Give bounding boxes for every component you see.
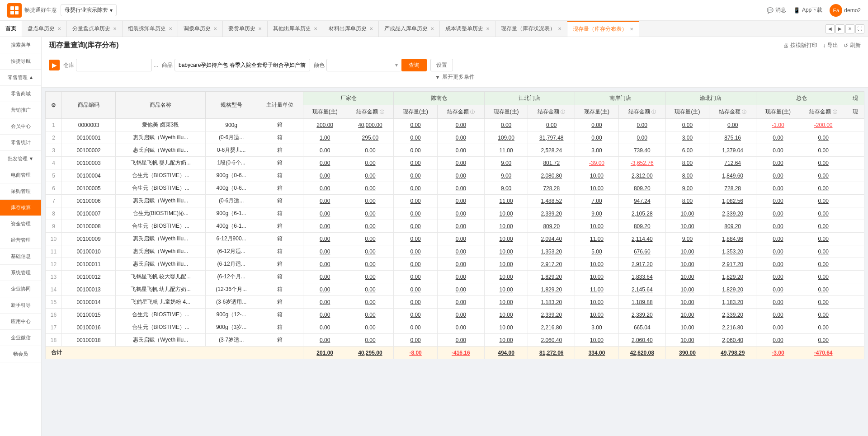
cell-jb-amt[interactable]: 0.00 xyxy=(528,119,575,131)
cell-cn-amt[interactable]: 0.00 xyxy=(437,245,484,258)
cell-nb-qty[interactable]: 9.00 xyxy=(575,207,619,220)
cell-nb-amt[interactable]: 0.00 xyxy=(618,131,665,144)
cell-yb-qty[interactable]: 8.00 xyxy=(665,169,709,182)
cell-t-qty[interactable]: 0.00 xyxy=(756,207,800,220)
cell-f-qty[interactable]: 0.00 xyxy=(303,220,347,233)
cell-yb-amt[interactable]: 1,829.20 xyxy=(709,271,756,283)
set-btn[interactable]: 设置 xyxy=(430,59,453,71)
cell-t-amt[interactable]: 0.00 xyxy=(800,283,847,296)
cell-nb-amt[interactable]: 809.20 xyxy=(618,182,665,195)
cell-f-qty[interactable]: 200.00 xyxy=(303,119,347,131)
cell-jb-qty[interactable]: 10.00 xyxy=(484,271,528,283)
cell-yb-amt[interactable]: 2,917.20 xyxy=(709,258,756,271)
cell-f-qty[interactable]: 0.00 xyxy=(303,182,347,195)
cell-f-qty[interactable]: 0.00 xyxy=(303,334,347,347)
cell-jb-qty[interactable]: 11.00 xyxy=(484,144,528,157)
cell-t-qty[interactable]: 0.00 xyxy=(756,195,800,207)
cell-jb-amt[interactable]: 2,339.20 xyxy=(528,207,575,220)
cell-nb-qty[interactable]: 0.00 xyxy=(575,131,619,144)
cell-nb-qty[interactable]: -39.00 xyxy=(575,157,619,169)
cell-cn-amt[interactable]: 0.00 xyxy=(437,233,484,245)
tab-close-5[interactable]: ✕ xyxy=(258,26,262,31)
cell-nb-amt[interactable]: 676.60 xyxy=(618,245,665,258)
cell-cn-amt[interactable]: 0.00 xyxy=(437,296,484,309)
cell-jb-amt[interactable]: 2,080.80 xyxy=(528,169,575,182)
cell-nb-amt[interactable]: 2,060.40 xyxy=(618,334,665,347)
cell-f-amt[interactable]: 0.00 xyxy=(347,144,394,157)
cell-yb-qty[interactable]: 10.00 xyxy=(665,220,709,233)
sidebar-item-quick-nav[interactable]: 快捷导航 xyxy=(0,53,41,70)
cell-f-qty[interactable]: 1.00 xyxy=(303,131,347,144)
cell-cn-qty[interactable]: 0.00 xyxy=(394,195,438,207)
cell-nb-amt[interactable]: 947.24 xyxy=(618,195,665,207)
cell-yb-qty[interactable]: 9.00 xyxy=(665,233,709,245)
cell-yb-qty[interactable]: 10.00 xyxy=(665,309,709,321)
cell-f-qty[interactable]: 0.00 xyxy=(303,245,347,258)
cell-nb-qty[interactable]: 10.00 xyxy=(575,182,619,195)
cell-t-qty[interactable]: 0.00 xyxy=(756,245,800,258)
cell-yb-qty[interactable]: 6.00 xyxy=(665,144,709,157)
cell-cn-qty[interactable]: 0.00 xyxy=(394,144,438,157)
cell-cn-amt[interactable]: 0.00 xyxy=(437,144,484,157)
cell-f-qty[interactable]: 0.00 xyxy=(303,296,347,309)
cell-nb-amt[interactable]: 1,833.64 xyxy=(618,271,665,283)
cell-f-qty[interactable]: 0.00 xyxy=(303,271,347,283)
cell-t-qty[interactable]: 0.00 xyxy=(756,182,800,195)
cell-yb-amt[interactable]: 1,183.20 xyxy=(709,296,756,309)
cell-t-qty[interactable]: 0.00 xyxy=(756,258,800,271)
cell-jb-qty[interactable]: 10.00 xyxy=(484,245,528,258)
cell-t-qty[interactable]: 0.00 xyxy=(756,296,800,309)
cell-t-amt[interactable]: 0.00 xyxy=(800,169,847,182)
cell-jb-amt[interactable]: 2,060.40 xyxy=(528,334,575,347)
cell-nb-amt[interactable]: -3,652.76 xyxy=(618,157,665,169)
cell-t-amt[interactable]: 0.00 xyxy=(800,309,847,321)
sidebar-item-member[interactable]: 会员中心 xyxy=(0,118,41,135)
cell-jb-qty[interactable]: 10.00 xyxy=(484,296,528,309)
tab-10[interactable]: 现存量（库存状况表）✕ xyxy=(495,21,567,37)
cell-yb-qty[interactable]: 9.00 xyxy=(665,182,709,195)
cell-cn-amt[interactable]: 0.00 xyxy=(437,258,484,271)
cell-cn-amt[interactable]: 0.00 xyxy=(437,119,484,131)
cell-cn-qty[interactable]: 0.00 xyxy=(394,296,438,309)
cell-jb-qty[interactable]: 10.00 xyxy=(484,309,528,321)
cell-cn-qty[interactable]: 0.00 xyxy=(394,119,438,131)
cell-yb-amt[interactable]: 712.64 xyxy=(709,157,756,169)
sidebar-item-wholesale[interactable]: 批发管理 ▼ xyxy=(0,151,41,167)
cell-f-amt[interactable]: 0.00 xyxy=(347,334,394,347)
cell-yb-amt[interactable]: 0.00 xyxy=(709,119,756,131)
sidebar-item-retail-stats[interactable]: 零售统计 xyxy=(0,135,41,151)
cell-yb-amt[interactable]: 728.28 xyxy=(709,182,756,195)
cell-t-amt[interactable]: 0.00 xyxy=(800,296,847,309)
tab-close-8[interactable]: ✕ xyxy=(430,26,434,31)
sidebar-item-weixin[interactable]: 企业微信 xyxy=(0,330,41,346)
cell-yb-amt[interactable]: 2,216.80 xyxy=(709,321,756,334)
tab-5[interactable]: 要货单历史 ✕ xyxy=(223,21,268,37)
cell-jb-qty[interactable]: 10.00 xyxy=(484,321,528,334)
th-settings[interactable]: ⚙ xyxy=(46,92,62,119)
tab-close-4[interactable]: ✕ xyxy=(213,26,217,31)
cell-f-amt[interactable]: 0.00 xyxy=(347,309,394,321)
cell-f-qty[interactable]: 0.00 xyxy=(303,283,347,296)
cell-t-amt[interactable]: 0.00 xyxy=(800,245,847,258)
cell-jb-amt[interactable]: 1,353.20 xyxy=(528,245,575,258)
cell-nb-amt[interactable]: 0.00 xyxy=(618,119,665,131)
cell-jb-qty[interactable]: 10.00 xyxy=(484,207,528,220)
cell-jb-qty[interactable]: 10.00 xyxy=(484,233,528,245)
tab-3[interactable]: 组装拆卸单历史 ✕ xyxy=(123,21,178,37)
query-btn[interactable]: 查询 xyxy=(401,59,427,71)
cell-yb-qty[interactable]: 10.00 xyxy=(665,271,709,283)
tab-9[interactable]: 成本调整单历史 ✕ xyxy=(440,21,495,37)
sidebar-item-inventory[interactable]: 库存核算 xyxy=(0,200,41,216)
warehouse-input[interactable] xyxy=(76,59,152,71)
cell-nb-qty[interactable]: 11.00 xyxy=(575,233,619,245)
cell-t-amt[interactable]: 0.00 xyxy=(800,334,847,347)
tab-prev-btn[interactable]: ◀ xyxy=(826,24,835,33)
cell-jb-amt[interactable]: 2,094.40 xyxy=(528,233,575,245)
cell-cn-qty[interactable]: 0.00 xyxy=(394,220,438,233)
cell-nb-qty[interactable]: 3.00 xyxy=(575,144,619,157)
cell-t-amt[interactable]: -200.00 xyxy=(800,119,847,131)
cell-nb-amt[interactable]: 2,114.40 xyxy=(618,233,665,245)
cell-yb-amt[interactable]: 1,379.04 xyxy=(709,144,756,157)
cell-f-amt[interactable]: 0.00 xyxy=(347,233,394,245)
cell-jb-qty[interactable]: 10.00 xyxy=(484,334,528,347)
